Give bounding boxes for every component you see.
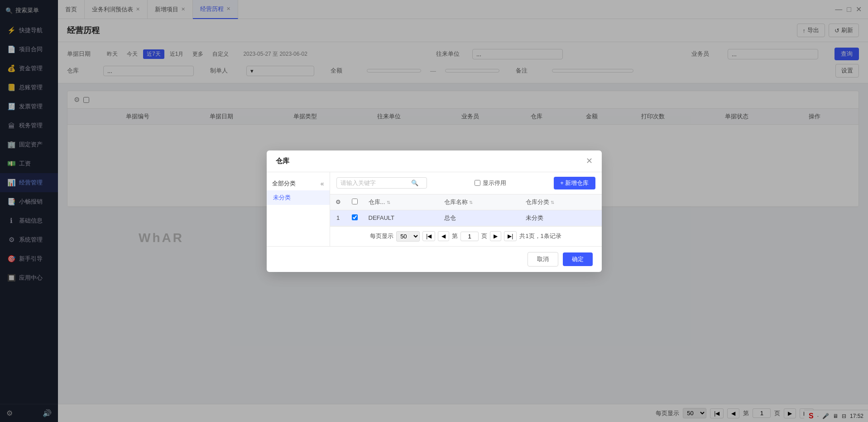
sort-icon: ⇅ — [551, 200, 554, 205]
modal-table-row[interactable]: 1 DEFAULT 总仓 未分类 — [330, 210, 602, 226]
modal-settings-icon[interactable]: ⚙ — [336, 199, 341, 205]
add-warehouse-button[interactable]: + 新增仓库 — [554, 177, 595, 189]
modal-col-check — [346, 194, 363, 210]
modal-table: ⚙仓库... ⇅仓库名称 ⇅仓库分类 ⇅ 1 DEFAULT 总仓 未分类 — [330, 194, 602, 226]
modal-last-page[interactable]: ▶| — [504, 231, 517, 241]
modal-page-size-label: 每页显示 — [370, 232, 393, 240]
modal-prev-page[interactable]: ◀ — [438, 231, 449, 241]
cancel-button[interactable]: 取消 — [528, 252, 558, 267]
row-num: 1 — [336, 214, 340, 221]
modal-next-page[interactable]: ▶ — [490, 231, 501, 241]
row-code: DEFAULT — [363, 210, 439, 226]
modal-search-icon: 🔍 — [411, 179, 418, 186]
modal-sidebar: 全部分类 « 未分类 — [267, 172, 330, 246]
row-setting: 1 — [330, 210, 346, 226]
modal-pagination: 每页显示 50100200 |◀ ◀ 第 页 ▶ ▶| 共1页，1条记录 — [330, 226, 602, 246]
modal-sidebar-scroll: 未分类 — [267, 190, 330, 205]
modal-page-input[interactable] — [460, 232, 479, 241]
modal-body: 全部分类 « 未分类 🔍 显示停用 + 新增仓库 — [267, 172, 602, 246]
modal-sidebar-item-uncategorized[interactable]: 未分类 — [267, 190, 330, 205]
modal-close-icon[interactable]: ✕ — [586, 157, 593, 165]
modal-title: 仓库 — [276, 157, 289, 165]
row-check[interactable] — [346, 210, 363, 226]
row-checkbox[interactable] — [352, 214, 358, 220]
modal-page-size-select[interactable]: 50100200 — [396, 231, 420, 242]
row-name: 总仓 — [439, 210, 520, 226]
modal-first-page[interactable]: |◀ — [422, 231, 435, 241]
modal-sidebar-toggle[interactable]: « — [321, 180, 324, 187]
modal-main: 🔍 显示停用 + 新增仓库 ⚙仓库... ⇅仓库名称 ⇅仓库分类 ⇅ 1 — [330, 172, 602, 246]
modal-col-warehouse_name: 仓库名称 ⇅ — [439, 194, 520, 210]
modal-overlay[interactable]: 仓库 ✕ 全部分类 « 未分类 🔍 — [0, 0, 868, 422]
modal-sidebar-header: 全部分类 « — [267, 177, 330, 190]
modal-footer: 取消 确定 — [267, 246, 602, 272]
row-category: 未分类 — [520, 210, 602, 226]
show-disabled-checkbox[interactable] — [475, 180, 480, 186]
sort-icon: ⇅ — [387, 200, 390, 205]
warehouse-modal: 仓库 ✕ 全部分类 « 未分类 🔍 — [267, 150, 602, 272]
modal-page-unit: 页 — [481, 232, 487, 240]
modal-col-settings[interactable]: ⚙ — [330, 194, 346, 210]
warehouse-table: ⚙仓库... ⇅仓库名称 ⇅仓库分类 ⇅ 1 DEFAULT 总仓 未分类 — [330, 194, 602, 226]
modal-page-label: 第 — [452, 232, 458, 240]
modal-col-warehouse_code: 仓库... ⇅ — [363, 194, 439, 210]
modal-col-warehouse_category: 仓库分类 ⇅ — [520, 194, 602, 210]
modal-header: 仓库 ✕ — [267, 150, 602, 172]
modal-sidebar-all-label[interactable]: 全部分类 — [272, 179, 296, 188]
modal-select-all[interactable] — [352, 199, 358, 204]
modal-search-input[interactable] — [340, 179, 408, 186]
sort-icon: ⇅ — [469, 200, 473, 205]
confirm-button[interactable]: 确定 — [563, 252, 593, 266]
modal-search-box[interactable]: 🔍 — [336, 177, 427, 189]
show-disabled-label[interactable]: 显示停用 — [475, 179, 506, 187]
modal-total-label: 共1页，1条记录 — [519, 232, 561, 240]
modal-toolbar: 🔍 显示停用 + 新增仓库 — [330, 172, 602, 194]
